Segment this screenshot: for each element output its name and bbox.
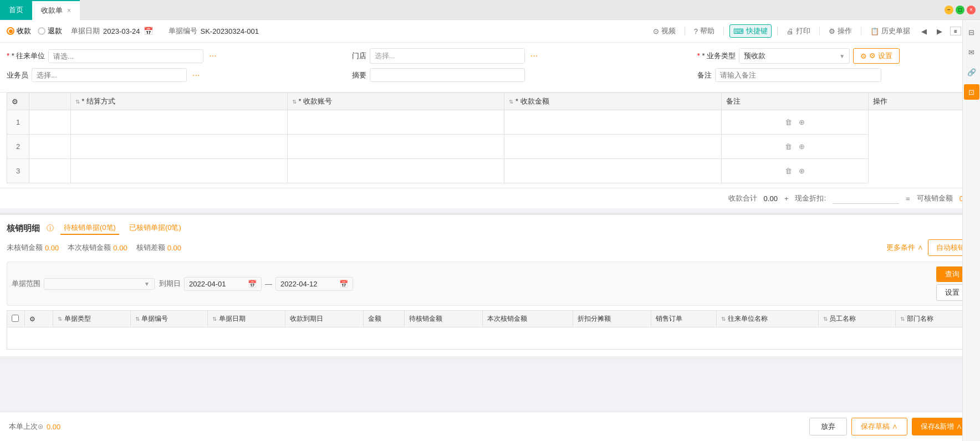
salesperson-input[interactable] xyxy=(32,68,187,82)
bottom-table: ⚙ ⇅ 单据类型 ⇅ 单据编号 ⇅ 单据日期 收款到期日 金额 待核销金额 本次… xyxy=(7,310,973,350)
maximize-button[interactable]: □ xyxy=(956,6,964,14)
scrollbar[interactable] xyxy=(0,356,980,361)
store-more-icon[interactable]: ··· xyxy=(528,51,540,61)
due-date-to-input[interactable]: 2022-04-12 📅 xyxy=(275,277,353,291)
th-remark: 备注 xyxy=(721,93,869,110)
th-account: ⇅ * 收款账号 xyxy=(287,93,504,110)
copy-icon-2[interactable]: ⊕ xyxy=(797,141,807,152)
th-checkbox[interactable] xyxy=(7,311,25,327)
minimize-button[interactable]: − xyxy=(945,6,953,14)
verify-info-icon[interactable]: ⓘ xyxy=(47,223,54,233)
date-value[interactable]: 2023-03-24 xyxy=(103,27,140,35)
row-1-remark[interactable] xyxy=(504,110,721,135)
copy-icon-1[interactable]: ⊕ xyxy=(797,117,807,127)
salesperson-label: 业务员 xyxy=(7,70,28,80)
save-draft-button[interactable]: 保存草稿 ∧ xyxy=(851,418,907,435)
row-1-ops: 🗑 ⊕ xyxy=(721,110,869,135)
cal-icon-to: 📅 xyxy=(339,280,348,288)
receipt-radio[interactable]: 收款 xyxy=(7,26,31,36)
history-button[interactable]: 📋 历史单据 xyxy=(867,25,913,37)
panel-link-icon[interactable]: 🔗 xyxy=(964,64,979,80)
save-new-label: 保存&新增 ∧ xyxy=(921,422,962,432)
th-doc-no: ⇅ 单据编号 xyxy=(130,311,208,327)
row-2-amount[interactable] xyxy=(287,135,504,159)
th-pending-amount: 待核销金额 xyxy=(405,311,483,327)
delete-icon-1[interactable]: 🗑 xyxy=(783,117,794,127)
divider-1 xyxy=(685,27,685,35)
due-date-from-input[interactable]: 2022-04-01 📅 xyxy=(184,277,262,291)
video-button[interactable]: ⊙ 视频 xyxy=(650,25,679,37)
tab-receipt[interactable]: 收款单 × xyxy=(32,0,80,20)
tab-home[interactable]: 首页 xyxy=(0,0,32,20)
form-area: * 往来单位 ··· 门店 选择... ··· * 业务类型 预收款 ▼ ⚙ ⚙… xyxy=(0,43,980,93)
filter-right: 更多条件 ∧ 自动核销 xyxy=(886,239,973,256)
discount-input[interactable] xyxy=(833,193,899,204)
th-employee: ⇅ 员工名称 xyxy=(818,311,896,327)
th-due-date: 收款到期日 xyxy=(285,311,363,327)
summary-input[interactable] xyxy=(370,68,525,82)
date-range-dash: — xyxy=(265,280,272,288)
settings-button[interactable]: ⚙ ⚙ 设置 xyxy=(853,48,900,64)
footer-stat: 本单上次⊙ 0.00 xyxy=(9,422,60,432)
row-2-account[interactable] xyxy=(70,135,287,159)
row-1-amount[interactable] xyxy=(287,110,504,135)
store-select[interactable]: 选择... xyxy=(370,48,525,64)
th-settings[interactable]: ⚙ xyxy=(7,93,29,110)
tab-close-icon[interactable]: × xyxy=(67,7,71,14)
verify-label: 可核销金额 xyxy=(917,193,953,203)
abandon-button[interactable]: 放弃 xyxy=(809,418,847,435)
arrow-right-icon[interactable]: ▶ xyxy=(935,26,945,37)
row-3-remark[interactable] xyxy=(504,159,721,183)
arrow-left-icon[interactable]: ◀ xyxy=(919,26,929,37)
select-all-checkbox[interactable] xyxy=(12,315,19,322)
row-1-settlement[interactable] xyxy=(29,110,71,135)
row-3-settlement[interactable] xyxy=(29,159,71,183)
more-conditions-button[interactable]: 更多条件 ∧ xyxy=(886,243,923,253)
salesperson-more-icon[interactable]: ··· xyxy=(190,70,202,80)
row-1-account[interactable] xyxy=(70,110,287,135)
close-button[interactable]: × xyxy=(967,6,976,14)
done-tab[interactable]: 已核销单据(0笔) xyxy=(126,222,185,235)
panel-table-icon[interactable]: ⊟ xyxy=(964,24,979,40)
help-button[interactable]: ? 帮助 xyxy=(691,25,718,37)
bottom-table-container: ⚙ ⇅ 单据类型 ⇅ 单据编号 ⇅ 单据日期 收款到期日 金额 待核销金额 本次… xyxy=(7,310,973,350)
ops-button[interactable]: ⚙ 操作 xyxy=(825,25,855,37)
divider-2 xyxy=(723,27,724,35)
store-label: 门店 xyxy=(352,51,366,61)
pending-tab[interactable]: 待核销单据(0笔) xyxy=(60,222,119,235)
footer-stat-value: 0.00 xyxy=(47,423,60,431)
business-type-label: * 业务类型 xyxy=(697,51,736,61)
shortcut-button[interactable]: ⌨ 快捷键 xyxy=(729,24,772,38)
date-from-value: 2022-04-01 xyxy=(189,280,244,288)
range-chevron-icon: ▼ xyxy=(144,281,150,287)
row-2-remark[interactable] xyxy=(504,135,721,159)
doc-no-label: 单据编号 xyxy=(169,26,197,36)
panel-screenshot-icon[interactable]: ⊡ xyxy=(964,84,979,100)
range-select[interactable]: ▼ xyxy=(44,278,155,290)
remark-input[interactable] xyxy=(715,68,881,82)
print-button[interactable]: 🖨 打印 xyxy=(783,25,814,37)
copy-icon-3[interactable]: ⊕ xyxy=(797,166,807,176)
counterpart-more-icon[interactable]: ··· xyxy=(207,51,218,61)
list-view-icon[interactable]: ≡ xyxy=(950,27,961,35)
delete-icon-2[interactable]: 🗑 xyxy=(783,141,794,152)
th-current-amount: 本次核销金额 xyxy=(483,311,573,327)
refund-radio[interactable]: 退款 xyxy=(38,26,62,36)
th-settings-bottom[interactable]: ⚙ xyxy=(25,311,53,327)
calendar-icon[interactable]: 📅 xyxy=(144,27,153,35)
row-3-account[interactable] xyxy=(70,159,287,183)
diff-label: 核销差额 xyxy=(136,243,165,253)
delete-icon-3[interactable]: 🗑 xyxy=(783,166,794,176)
th-row-num xyxy=(29,93,71,110)
receipt-radio-label: 收款 xyxy=(17,26,31,36)
diff-stat: 核销差额 0.00 xyxy=(136,243,181,253)
panel-email-icon[interactable]: ✉ xyxy=(964,44,979,60)
counterpart-input[interactable] xyxy=(48,49,203,63)
business-type-select[interactable]: 预收款 ▼ xyxy=(739,48,850,64)
verify-section: 核销明细 ⓘ 待核销单据(0笔) 已核销单据(0笔) 未核销金额 0.00 本次… xyxy=(0,213,980,356)
row-3-amount[interactable] xyxy=(287,159,504,183)
unverified-value: 0.00 xyxy=(45,244,59,252)
cal-icon-from: 📅 xyxy=(248,280,257,288)
doc-no-value[interactable]: SK-20230324-001 xyxy=(201,27,259,35)
row-2-settlement[interactable] xyxy=(29,135,71,159)
